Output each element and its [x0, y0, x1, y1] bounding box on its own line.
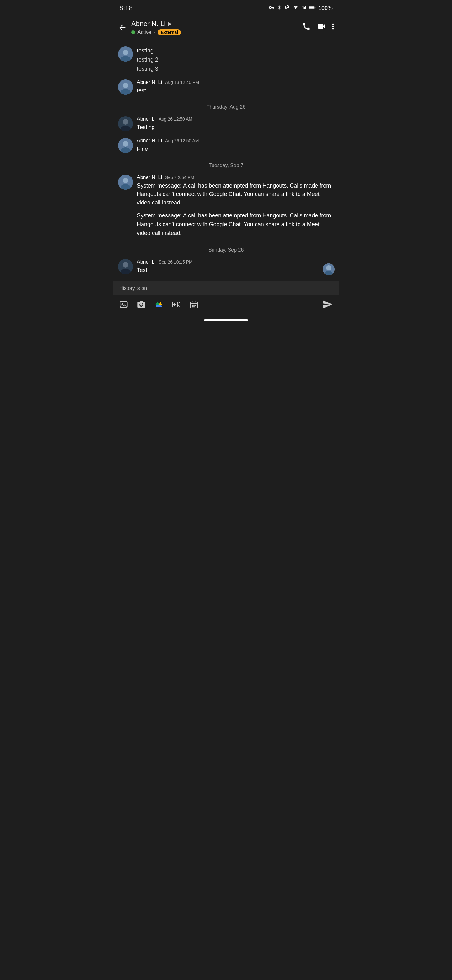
- send-button[interactable]: [322, 299, 333, 312]
- status-bar: 8:18 100%: [113, 0, 339, 15]
- svg-rect-31: [120, 301, 127, 307]
- date-divider: Thursday, Aug 26: [113, 98, 339, 113]
- active-status-dot: [131, 30, 135, 34]
- message-group: Abner Li Sep 26 10:15 PM Test: [113, 256, 339, 278]
- video-add-button[interactable]: [172, 300, 181, 311]
- message-time: Sep 7 2:54 PM: [165, 175, 194, 180]
- home-indicator: [204, 320, 248, 321]
- back-button[interactable]: [118, 23, 127, 32]
- message-group: testing testing 2 testing 3: [113, 43, 339, 76]
- message-content: Abner N. Li Aug 26 12:50 AM Fine: [137, 138, 334, 153]
- svg-rect-40: [192, 305, 193, 306]
- message-sender: Abner N. Li: [137, 175, 162, 180]
- message-content: Abner N. Li Aug 13 12:40 PM test: [137, 80, 334, 95]
- message-content: testing testing 2 testing 3: [137, 46, 334, 73]
- header-action-buttons: [302, 22, 334, 33]
- battery-percentage: 100%: [318, 5, 333, 12]
- wifi-icon: [293, 5, 299, 11]
- svg-rect-42: [195, 305, 197, 306]
- expand-arrow-icon: ▶: [168, 21, 172, 27]
- message-time: Aug 26 12:50 AM: [159, 116, 192, 122]
- svg-rect-44: [193, 306, 195, 307]
- message-text: Fine: [137, 145, 334, 153]
- svg-rect-43: [192, 306, 193, 307]
- message-text-2: System message: A call has been attempte…: [137, 212, 334, 238]
- avatar: [118, 116, 133, 131]
- drive-button[interactable]: [154, 300, 163, 311]
- svg-point-7: [332, 24, 334, 25]
- svg-point-9: [332, 28, 334, 30]
- svg-rect-3: [303, 8, 303, 9]
- message-sender: Abner N. Li: [137, 80, 162, 85]
- message-time: Sep 26 10:15 PM: [159, 259, 193, 264]
- svg-point-8: [332, 26, 334, 27]
- svg-rect-41: [193, 305, 195, 306]
- message-meta: Abner N. Li Sep 7 2:54 PM: [137, 175, 334, 180]
- message-sender: Abner N. Li: [137, 138, 162, 143]
- message-content: Abner N. Li Sep 7 2:54 PM System message…: [137, 175, 334, 238]
- contact-name: Abner N. Li ▶: [131, 20, 302, 28]
- reaction-avatar: [323, 263, 335, 275]
- message-group: Abner N. Li Sep 7 2:54 PM System message…: [113, 172, 339, 241]
- key-icon: [269, 5, 274, 12]
- message-content: Abner Li Aug 26 12:50 AM Testing: [137, 116, 334, 132]
- message-text: Testing: [137, 123, 334, 132]
- svg-point-26: [123, 262, 128, 267]
- message-time: Aug 26 12:50 AM: [165, 138, 199, 143]
- svg-point-11: [123, 49, 128, 55]
- message-text: testing: [137, 46, 334, 55]
- header-contact-info[interactable]: Abner N. Li ▶ Active · External: [131, 20, 302, 35]
- svg-rect-1: [304, 6, 305, 9]
- message-content: Abner Li Sep 26 10:15 PM Test: [137, 259, 334, 275]
- message-sender: Abner Li: [137, 259, 156, 265]
- message-text: System message: A call has been attempte…: [137, 181, 334, 207]
- avatar: [118, 175, 133, 190]
- more-options-button[interactable]: [332, 22, 334, 33]
- svg-point-23: [123, 178, 128, 183]
- external-badge: External: [157, 29, 181, 35]
- svg-point-17: [123, 119, 128, 125]
- message-meta: Abner Li Sep 26 10:15 PM: [137, 259, 334, 265]
- avatar: [118, 80, 133, 95]
- bluetooth-icon: [277, 5, 282, 12]
- message-text: Test: [137, 266, 334, 275]
- svg-point-14: [123, 83, 128, 88]
- message-group: Abner N. Li Aug 26 12:50 AM Fine: [113, 135, 339, 156]
- signal-icon: [301, 5, 306, 12]
- date-divider-text: Tuesday, Sep 7: [209, 163, 243, 168]
- history-text: History is on: [119, 286, 147, 291]
- date-divider: Tuesday, Sep 7: [113, 156, 339, 172]
- active-status-text: Active: [138, 30, 151, 35]
- battery-icon: [309, 5, 316, 11]
- history-bar: History is on: [113, 281, 339, 294]
- svg-rect-5: [315, 6, 316, 8]
- message-meta: Abner N. Li Aug 26 12:50 AM: [137, 138, 334, 143]
- date-divider-text: Sunday, Sep 26: [208, 247, 244, 253]
- message-text: testing 3: [137, 65, 334, 73]
- avatar: [118, 138, 133, 153]
- contact-status: Active · External: [131, 29, 302, 35]
- toolbar-icons: [119, 300, 322, 311]
- svg-point-20: [123, 141, 128, 147]
- avatar: [118, 259, 133, 274]
- message-text: testing 2: [137, 56, 334, 64]
- mute-icon: [284, 5, 290, 12]
- svg-rect-2: [303, 7, 304, 9]
- calendar-button[interactable]: [190, 300, 198, 311]
- avatar: [118, 46, 133, 62]
- message-time: Aug 13 12:40 PM: [165, 80, 199, 85]
- video-call-button[interactable]: [317, 22, 326, 33]
- svg-point-32: [122, 303, 123, 304]
- messages-area: testing testing 2 testing 3 Abner N. Li …: [113, 40, 339, 281]
- nav-indicator: [113, 316, 339, 325]
- camera-button[interactable]: [137, 300, 146, 311]
- svg-rect-6: [309, 6, 314, 9]
- status-icons: 100%: [269, 5, 333, 12]
- message-sender: Abner Li: [137, 116, 156, 122]
- status-time: 8:18: [119, 4, 133, 12]
- phone-call-button[interactable]: [302, 22, 311, 33]
- message-meta: Abner N. Li Aug 13 12:40 PM: [137, 80, 334, 85]
- image-button[interactable]: [119, 300, 128, 311]
- message-group: Abner N. Li Aug 13 12:40 PM test: [113, 76, 339, 98]
- svg-rect-0: [305, 6, 306, 10]
